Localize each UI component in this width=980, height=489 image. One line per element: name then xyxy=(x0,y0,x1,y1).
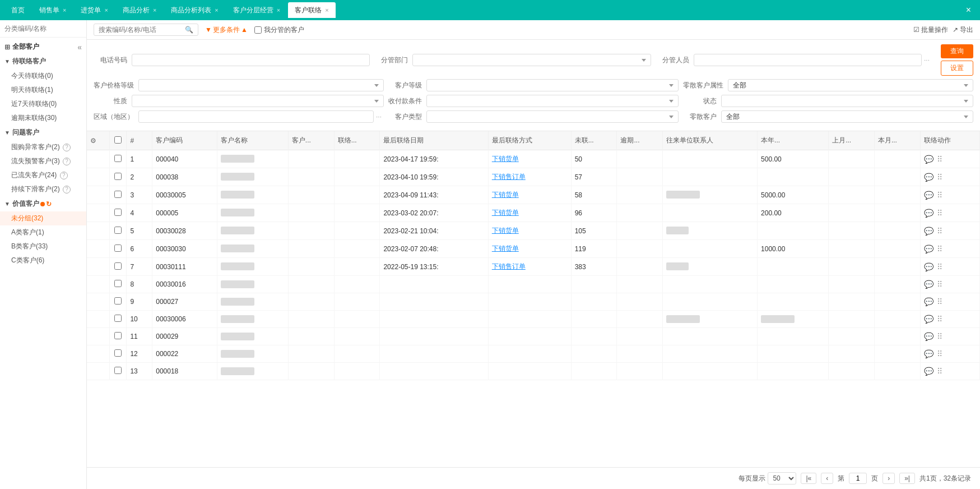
sidebar-item-declining[interactable]: 持续下滑客户(2) ? xyxy=(0,182,86,196)
more-icon[interactable]: ⠿ xyxy=(937,227,942,236)
sidebar-item-class-c[interactable]: C类客户(6) xyxy=(0,253,86,267)
settings-icon[interactable]: ⚙ xyxy=(90,137,96,145)
th-this-year[interactable]: 本年... xyxy=(758,131,829,150)
sparse-customer-select[interactable]: 全部 xyxy=(721,110,973,123)
reset-button[interactable]: 设置 xyxy=(941,61,973,76)
phone-input[interactable] xyxy=(132,54,370,66)
sidebar-item-tomorrow[interactable]: 明天待联络(1) xyxy=(0,83,86,97)
row-last-way-cell[interactable]: 下销货单 xyxy=(488,204,571,222)
row-checkbox[interactable] xyxy=(114,191,122,198)
row-last-way-cell[interactable] xyxy=(488,328,571,345)
sidebar-item-overdue-contact[interactable]: 逾期未联络(30) xyxy=(0,111,86,125)
export-button[interactable]: ↗ 导出 xyxy=(953,25,973,35)
more-icon[interactable]: ⠿ xyxy=(937,173,942,182)
chat-icon[interactable]: 💬 xyxy=(924,173,933,182)
row-checkbox[interactable] xyxy=(114,155,122,162)
nature-select[interactable] xyxy=(132,95,384,107)
chat-icon[interactable]: 💬 xyxy=(924,349,933,358)
sidebar-item-lost[interactable]: 已流失客户(24) ? xyxy=(0,168,86,182)
batch-ops-button[interactable]: ☑ 批量操作 xyxy=(913,25,948,35)
sidebar-item-7days[interactable]: 近7天待联络(0) xyxy=(0,97,86,111)
contact-way-link[interactable]: 下销货单 xyxy=(492,245,519,252)
row-last-way-cell[interactable]: 下销货单 xyxy=(488,150,571,168)
contact-way-link[interactable]: 下销货单 xyxy=(492,209,519,216)
th-last-contact-date[interactable]: 最后联络日期 xyxy=(380,131,488,150)
th-overdue[interactable]: 逾期... xyxy=(617,131,663,150)
row-last-way-cell[interactable]: 下销货单 xyxy=(488,222,571,240)
row-checkbox[interactable] xyxy=(114,332,122,339)
more-icon[interactable]: ⠿ xyxy=(937,245,942,253)
th-contacts-person[interactable]: 往来单位联系人 xyxy=(663,131,758,150)
sidebar-collapse-icon[interactable]: « xyxy=(77,43,82,52)
search-icon[interactable]: 🔍 xyxy=(185,26,193,34)
nav-tab-sales[interactable]: 销售单 × xyxy=(32,2,73,18)
row-checkbox-cell[interactable] xyxy=(110,168,127,186)
row-checkbox[interactable] xyxy=(114,209,122,216)
row-checkbox[interactable] xyxy=(114,227,122,234)
nav-tab-customer-layer[interactable]: 客户分层经营 × xyxy=(226,2,287,18)
sidebar-item-class-a[interactable]: A类客户(1) xyxy=(0,225,86,239)
row-checkbox-cell[interactable] xyxy=(110,276,127,293)
customer-layer-close-icon[interactable]: × xyxy=(277,7,280,13)
nav-tab-analysis-list[interactable]: 商品分析列表 × xyxy=(164,2,225,18)
chat-icon[interactable]: 💬 xyxy=(924,332,933,341)
purchase-close-icon[interactable]: × xyxy=(104,7,108,13)
contact-way-link[interactable]: 下销货单 xyxy=(492,191,519,199)
prev-page-button[interactable]: ‹ xyxy=(821,473,833,484)
staff-input[interactable] xyxy=(694,54,922,66)
more-icon[interactable]: ⠿ xyxy=(937,155,942,164)
row-checkbox[interactable] xyxy=(114,280,122,287)
chat-icon[interactable]: 💬 xyxy=(924,367,933,376)
staff-more-icon[interactable]: ··· xyxy=(922,56,932,64)
chat-icon[interactable]: 💬 xyxy=(924,262,933,271)
row-checkbox-cell[interactable] xyxy=(110,363,127,380)
row-checkbox[interactable] xyxy=(114,262,122,270)
sidebar-item-churn-warning[interactable]: 流失预警客户(3) ? xyxy=(0,154,86,168)
row-last-way-cell[interactable] xyxy=(488,311,571,328)
contact-way-link[interactable]: 下销货单 xyxy=(492,155,519,163)
more-icon[interactable]: ⠿ xyxy=(937,367,942,376)
row-last-way-cell[interactable] xyxy=(488,276,571,293)
row-last-way-cell[interactable]: 下销货单 xyxy=(488,240,571,258)
analysis-close-icon[interactable]: × xyxy=(153,7,156,13)
last-page-button[interactable]: »| xyxy=(899,473,915,484)
more-icon[interactable]: ⠿ xyxy=(937,191,942,200)
price-level-select[interactable] xyxy=(138,79,384,91)
row-last-way-cell[interactable] xyxy=(488,345,571,363)
next-page-button[interactable]: › xyxy=(883,473,895,484)
sidebar-search-input[interactable] xyxy=(4,25,87,33)
sidebar-group-value[interactable]: ▼ 价值客户 ↻ xyxy=(0,196,86,211)
chat-icon[interactable]: 💬 xyxy=(924,315,933,324)
nav-tab-customer-contact[interactable]: 客户联络 × xyxy=(288,2,335,18)
row-checkbox-cell[interactable] xyxy=(110,150,127,168)
region-more-icon[interactable]: ··· xyxy=(374,113,384,121)
chat-icon[interactable]: 💬 xyxy=(924,245,933,253)
search-box[interactable]: 🔍 xyxy=(94,24,198,36)
row-last-way-cell[interactable]: 下销售订单 xyxy=(488,258,571,276)
more-icon[interactable]: ⠿ xyxy=(937,280,942,289)
page-size-select[interactable]: 50 100 xyxy=(768,472,796,485)
row-checkbox[interactable] xyxy=(114,315,122,322)
row-checkbox-cell[interactable] xyxy=(110,222,127,240)
search-input[interactable] xyxy=(99,26,183,34)
row-checkbox-cell[interactable] xyxy=(110,311,127,328)
row-checkbox-cell[interactable] xyxy=(110,345,127,363)
more-icon[interactable]: ⠿ xyxy=(937,349,942,358)
row-checkbox-cell[interactable] xyxy=(110,328,127,345)
dept-select[interactable] xyxy=(412,54,651,66)
chat-icon[interactable]: 💬 xyxy=(924,191,933,200)
analysis-list-close-icon[interactable]: × xyxy=(215,7,218,13)
first-page-button[interactable]: |« xyxy=(801,473,816,484)
window-close-icon[interactable]: × xyxy=(962,5,976,15)
nav-tab-home[interactable]: 首页 xyxy=(4,2,31,18)
sales-close-icon[interactable]: × xyxy=(63,7,66,13)
customer-contact-close-icon[interactable]: × xyxy=(325,7,328,13)
customer-type-select[interactable] xyxy=(426,110,679,123)
more-filters-button[interactable]: ▼ 更多条件 ▲ xyxy=(205,25,248,35)
my-customers-checkbox-group[interactable]: 我分管的客户 xyxy=(254,25,304,35)
row-checkbox[interactable] xyxy=(114,367,122,374)
th-checkbox[interactable] xyxy=(110,131,127,150)
my-customers-checkbox[interactable] xyxy=(254,26,262,34)
chat-icon[interactable]: 💬 xyxy=(924,297,933,306)
row-checkbox-cell[interactable] xyxy=(110,186,127,204)
